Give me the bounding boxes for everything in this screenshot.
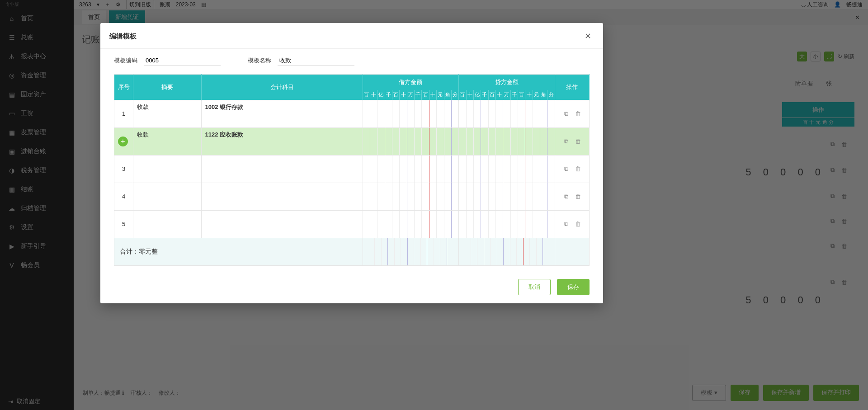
amount-cell[interactable] xyxy=(420,238,427,265)
amount-cell[interactable] xyxy=(385,183,392,210)
amount-cell[interactable] xyxy=(377,100,384,127)
amount-cell[interactable] xyxy=(392,128,399,155)
delete-icon[interactable]: 🗑 xyxy=(574,221,581,228)
amount-cell[interactable] xyxy=(540,100,547,127)
template-name-input[interactable] xyxy=(278,55,354,66)
amount-cell[interactable] xyxy=(363,128,370,155)
delete-icon[interactable]: 🗑 xyxy=(574,138,581,145)
amount-cell[interactable] xyxy=(518,183,525,210)
amount-cell[interactable] xyxy=(444,183,451,210)
amount-cell[interactable] xyxy=(451,100,458,127)
copy-icon[interactable]: ⧉ xyxy=(562,165,570,173)
delete-icon[interactable]: 🗑 xyxy=(574,110,581,118)
amount-cell[interactable] xyxy=(436,211,443,238)
amount-cell[interactable] xyxy=(540,128,547,155)
amount-cell[interactable] xyxy=(377,211,384,238)
amount-cell[interactable] xyxy=(414,156,421,183)
amount-cell[interactable] xyxy=(488,128,495,155)
cell-debit[interactable] xyxy=(363,183,459,210)
amount-cell[interactable] xyxy=(401,238,407,265)
amount-cell[interactable] xyxy=(488,100,495,127)
amount-cell[interactable] xyxy=(414,211,421,238)
amount-cell[interactable] xyxy=(547,211,554,238)
cancel-button[interactable]: 取消 xyxy=(518,279,551,295)
amount-cell[interactable] xyxy=(497,238,504,265)
amount-cell[interactable] xyxy=(363,156,370,183)
cell-credit[interactable] xyxy=(459,155,555,183)
amount-cell[interactable] xyxy=(477,238,484,265)
amount-cell[interactable] xyxy=(473,128,481,155)
amount-cell[interactable] xyxy=(503,100,510,127)
amount-cell[interactable] xyxy=(377,183,384,210)
amount-cell[interactable] xyxy=(407,238,414,265)
amount-cell[interactable] xyxy=(394,238,401,265)
amount-cell[interactable] xyxy=(421,128,429,155)
copy-icon[interactable]: ⧉ xyxy=(562,110,570,118)
amount-cell[interactable] xyxy=(407,156,414,183)
amount-cell[interactable] xyxy=(473,156,481,183)
amount-cell[interactable] xyxy=(518,128,525,155)
amount-cell[interactable] xyxy=(518,156,525,183)
amount-cell[interactable] xyxy=(451,183,458,210)
amount-cell[interactable] xyxy=(427,238,434,265)
amount-cell[interactable] xyxy=(399,183,406,210)
amount-cell[interactable] xyxy=(414,238,420,265)
amount-cell[interactable] xyxy=(459,183,466,210)
amount-cell[interactable] xyxy=(471,238,477,265)
cell-digest[interactable]: 收款 xyxy=(133,100,201,127)
amount-cell[interactable] xyxy=(385,100,392,127)
amount-cell[interactable] xyxy=(533,183,540,210)
amount-cell[interactable] xyxy=(459,100,466,127)
amount-cell[interactable] xyxy=(385,211,392,238)
amount-cell[interactable] xyxy=(503,211,510,238)
amount-cell[interactable] xyxy=(503,128,510,155)
amount-cell[interactable] xyxy=(473,100,481,127)
amount-cell[interactable] xyxy=(533,156,540,183)
amount-cell[interactable] xyxy=(495,183,503,210)
amount-cell[interactable] xyxy=(495,128,503,155)
save-button[interactable]: 保存 xyxy=(557,279,590,295)
amount-cell[interactable] xyxy=(392,156,399,183)
cell-credit[interactable] xyxy=(459,183,555,210)
amount-cell[interactable] xyxy=(436,128,443,155)
amount-cell[interactable] xyxy=(540,183,547,210)
amount-cell[interactable] xyxy=(473,211,481,238)
amount-cell[interactable] xyxy=(525,183,532,210)
cell-subject[interactable]: 1122 应收账款 xyxy=(201,127,363,155)
cell-subject[interactable] xyxy=(201,210,363,238)
amount-cell[interactable] xyxy=(547,183,554,210)
amount-cell[interactable] xyxy=(525,128,532,155)
amount-cell[interactable] xyxy=(518,211,525,238)
amount-cell[interactable] xyxy=(414,100,421,127)
amount-cell[interactable] xyxy=(533,128,540,155)
amount-cell[interactable] xyxy=(466,183,473,210)
add-row-button[interactable]: + xyxy=(118,137,128,146)
amount-cell[interactable] xyxy=(488,156,495,183)
amount-cell[interactable] xyxy=(547,156,554,183)
amount-cell[interactable] xyxy=(503,156,510,183)
amount-cell[interactable] xyxy=(385,156,392,183)
amount-cell[interactable] xyxy=(392,183,399,210)
amount-cell[interactable] xyxy=(381,238,388,265)
amount-cell[interactable] xyxy=(481,128,488,155)
cell-debit[interactable] xyxy=(363,210,459,238)
amount-cell[interactable] xyxy=(547,100,554,127)
cell-digest[interactable] xyxy=(133,155,201,183)
amount-cell[interactable] xyxy=(529,238,536,265)
amount-cell[interactable] xyxy=(488,183,495,210)
amount-cell[interactable] xyxy=(525,211,532,238)
amount-cell[interactable] xyxy=(392,100,399,127)
amount-cell[interactable] xyxy=(370,100,377,127)
amount-cell[interactable] xyxy=(510,211,518,238)
amount-cell[interactable] xyxy=(399,100,406,127)
amount-cell[interactable] xyxy=(436,100,443,127)
amount-cell[interactable] xyxy=(370,183,377,210)
amount-cell[interactable] xyxy=(436,183,443,210)
amount-cell[interactable] xyxy=(466,156,473,183)
amount-cell[interactable] xyxy=(421,183,429,210)
amount-cell[interactable] xyxy=(440,238,447,265)
cell-debit[interactable] xyxy=(363,100,459,127)
copy-icon[interactable]: ⧉ xyxy=(562,221,570,228)
cell-subject[interactable] xyxy=(201,155,363,183)
amount-cell[interactable] xyxy=(466,128,473,155)
